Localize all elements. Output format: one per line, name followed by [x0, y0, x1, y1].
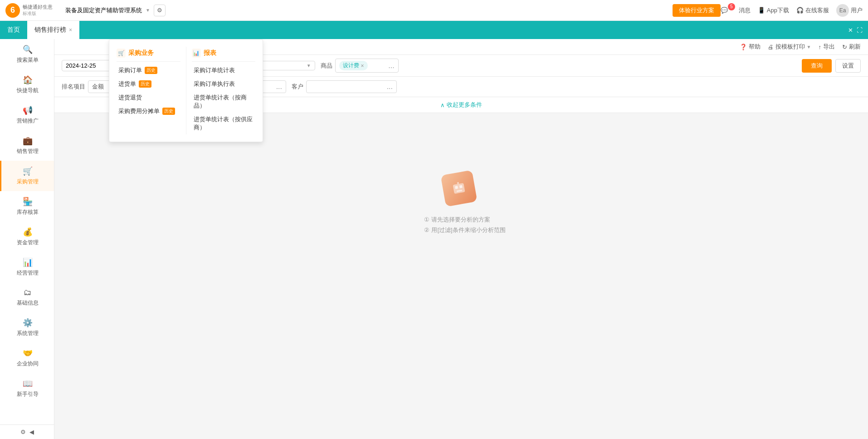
purchase-order-label: 采购订单 — [118, 66, 142, 74]
popup-item-incoming-stat[interactable]: 进货单统计表（按商品） — [192, 91, 256, 113]
sidebar-item-purchase[interactable]: 🛒 采购管理 — [0, 161, 54, 191]
message-item[interactable]: 💬 5 消息 — [721, 6, 751, 15]
logo-icon: 6 — [5, 3, 20, 18]
print-button[interactable]: 🖨 按模板打印 ▼ — [768, 43, 811, 51]
popup-item-order-stat[interactable]: 采购订单统计表 — [192, 64, 256, 77]
sidebar-item-sales[interactable]: 💼 销售管理 — [0, 130, 54, 161]
app-download-item[interactable]: 📱 App下载 — [758, 6, 789, 15]
tab-sales-rank[interactable]: 销售排行榜 × — [27, 21, 79, 39]
avatar-text: Ea — [839, 7, 846, 14]
logo-area: 6 畅捷通好生意 标准版 — [5, 3, 60, 18]
customer-select[interactable]: ... — [306, 80, 397, 93]
empty-icon-shape — [440, 170, 477, 207]
sidebar-enterprise-label: 企业协同 — [17, 360, 39, 368]
customer-filter: 客户 ... — [292, 80, 397, 93]
customer-label: 客户 — [292, 83, 303, 91]
marketing-icon: 📢 — [23, 105, 33, 115]
refresh-label: 刷新 — [849, 43, 861, 51]
popup-item-return[interactable]: 进货退货 — [117, 91, 180, 104]
order-stat-label: 采购订单统计表 — [194, 66, 235, 74]
empty-tip-2: 用[过滤]条件来缩小分析范围 — [417, 225, 505, 235]
sidebar-item-search[interactable]: 🔍 搜索菜单 — [0, 39, 54, 69]
sidebar-item-marketing[interactable]: 📢 营销推广 — [0, 100, 54, 130]
svg-rect-0 — [453, 183, 465, 194]
sidebar-nav-label: 快捷导航 — [17, 87, 39, 94]
query-button[interactable]: 查询 — [802, 59, 832, 73]
goods-tag-close[interactable]: × — [361, 63, 364, 69]
sidebar-settings-icon[interactable]: ⚙ — [20, 429, 26, 435]
close-window-icon[interactable]: ✕ — [848, 27, 853, 34]
goods-ellipsis[interactable]: ... — [388, 62, 394, 70]
topbar-actions: 💬 5 消息 📱 App下载 🎧 在线客服 Ea 用户 — [721, 4, 863, 17]
home-icon: 🏠 — [23, 75, 33, 85]
bill-status-chevron: ▼ — [307, 63, 311, 68]
empty-tips: 请先选择要分析的方案 用[过滤]条件来缩小分析范围 — [417, 214, 505, 236]
sidebar-sales-label: 销售管理 — [17, 148, 39, 155]
settings-button[interactable]: 设置 — [835, 59, 861, 73]
popup-menu: 🛒 采购业务 采购订单 历史 进货单 历史 进货退货 — [109, 39, 263, 142]
guide-icon: 📖 — [23, 379, 33, 389]
purchase-title-label: 采购业务 — [128, 49, 154, 57]
goods-label: 商品 — [321, 62, 332, 70]
svg-rect-4 — [457, 182, 459, 184]
goods-tag-text: 设计费 — [343, 62, 359, 69]
user-item[interactable]: Ea 用户 — [836, 4, 863, 17]
salesman-ellipsis: ... — [276, 83, 282, 91]
search-icon: 🔍 — [23, 44, 33, 54]
online-service-item[interactable]: 🎧 在线客服 — [796, 6, 829, 15]
finance-icon: 💰 — [23, 227, 33, 237]
brand-name: 畅捷通好生意 — [23, 4, 53, 10]
print-dropdown-icon: ▼ — [807, 44, 811, 49]
sidebar-collapse-icon[interactable]: ◀ — [29, 429, 34, 435]
system-settings-button[interactable]: ⚙ — [154, 5, 166, 16]
collapse-button[interactable]: ∧ 收起更多条件 — [440, 101, 482, 109]
popup-item-order-exec[interactable]: 采购订单执行表 — [192, 77, 256, 91]
sidebar-item-finance[interactable]: 💰 资金管理 — [0, 222, 54, 252]
help-button[interactable]: ❓ 帮助 — [740, 43, 761, 51]
topbar: 6 畅捷通好生意 标准版 装备及固定资产辅助管理系统 ▼ ⚙ 体验行业方案 💬 … — [0, 0, 868, 21]
sidebar-item-guide[interactable]: 📖 新手引导 — [0, 373, 54, 404]
online-service-label: 在线客服 — [805, 6, 829, 15]
collapse-icon: ∧ — [440, 102, 445, 109]
rank-item-label: 排名项目 — [62, 83, 85, 91]
popup-item-incoming[interactable]: 进货单 历史 — [117, 77, 180, 91]
user-label: 用户 — [851, 6, 863, 15]
nav-tabs: 首页 销售排行榜 × ✕ ⛶ — [0, 21, 868, 39]
incoming-stat-label: 进货单统计表（按商品） — [194, 94, 254, 110]
sidebar-item-inventory[interactable]: 🏪 库存核算 — [0, 191, 54, 222]
message-label: 消息 — [739, 6, 751, 15]
basic-icon: 🗂 — [24, 288, 32, 297]
sidebar-item-operations[interactable]: 📊 经营管理 — [0, 252, 54, 282]
help-icon: ❓ — [740, 44, 747, 50]
refresh-button[interactable]: ↻ 刷新 — [842, 43, 861, 51]
message-icon: 💬 — [721, 7, 728, 14]
popup-purchase-title: 🛒 采购业务 — [117, 47, 180, 62]
tab-home[interactable]: 首页 — [0, 21, 27, 39]
popup-item-supplier-stat[interactable]: 进货单统计表（按供应商） — [192, 113, 256, 134]
main-layout: 🔍 搜索菜单 🏠 快捷导航 📢 营销推广 💼 销售管理 🛒 采购管理 🏪 库存核… — [0, 39, 868, 439]
export-icon: ↑ — [819, 44, 822, 50]
goods-tag: 设计费 × — [339, 61, 368, 70]
system-dropdown-icon[interactable]: ▼ — [146, 8, 150, 13]
popup-purchase-col: 🛒 采购业务 采购订单 历史 进货单 历史 进货退货 — [113, 47, 184, 134]
help-label: 帮助 — [749, 43, 761, 51]
sidebar-item-enterprise[interactable]: 🤝 企业协同 — [0, 343, 54, 373]
export-button[interactable]: ↑ 导出 — [819, 43, 835, 51]
sidebar-basic-label: 基础信息 — [17, 299, 39, 307]
popup-item-purchase-order[interactable]: 采购订单 历史 — [117, 64, 180, 77]
popup-item-expense[interactable]: 采购费用分摊单 历史 — [117, 104, 180, 118]
sidebar-item-nav[interactable]: 🏠 快捷导航 — [0, 69, 54, 100]
sidebar-item-basic[interactable]: 🗂 基础信息 — [0, 282, 54, 312]
industry-btn[interactable]: 体验行业方案 — [673, 4, 721, 17]
fullscreen-icon[interactable]: ⛶ — [857, 27, 863, 34]
collapse-label: 收起更多条件 — [447, 101, 482, 109]
goods-select[interactable]: 设计费 × ... — [335, 59, 399, 73]
empty-icon — [443, 173, 479, 209]
tab-close-icon[interactable]: × — [69, 27, 72, 33]
sidebar-item-system[interactable]: ⚙️ 系统管理 — [0, 312, 54, 343]
date-start-input[interactable] — [62, 60, 112, 71]
system-name: 装备及固定资产辅助管理系统 — [65, 6, 142, 15]
incoming-label: 进货单 — [118, 80, 136, 88]
avatar: Ea — [836, 4, 849, 17]
supplier-stat-label: 进货单统计表（按供应商） — [194, 115, 254, 132]
